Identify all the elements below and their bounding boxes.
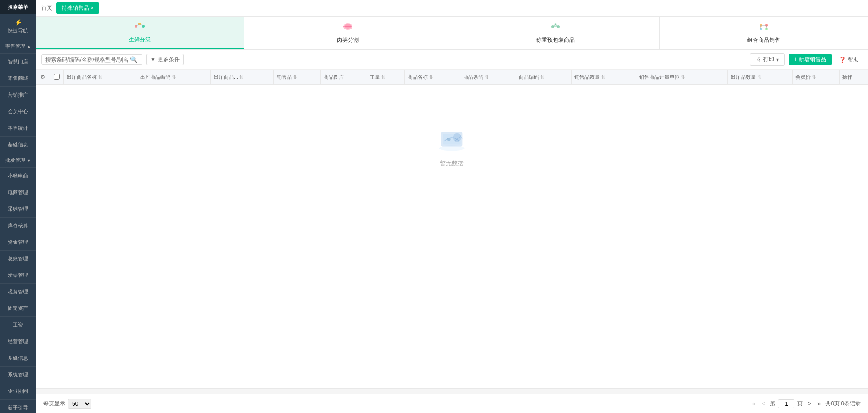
sidebar-item-tax-mgmt[interactable]: 税务管理 bbox=[0, 284, 36, 300]
empty-state-cell: 暂无数据 bbox=[36, 85, 868, 205]
sidebar-item-ops-mgmt[interactable]: 经营管理 bbox=[0, 333, 36, 350]
sidebar-item-new-guide[interactable]: 新手引导 bbox=[0, 400, 36, 413]
empty-state: 暂无数据 bbox=[36, 85, 868, 204]
print-button[interactable]: 🖨 打印 ▾ bbox=[750, 53, 785, 66]
per-page-select[interactable]: 50 10 20 100 bbox=[68, 399, 91, 409]
th-sale-unit[interactable]: 销售商品计量单位 ⇅ bbox=[636, 70, 728, 85]
page-input[interactable] bbox=[778, 399, 794, 408]
sidebar-item-label: 基础信息 bbox=[8, 141, 28, 148]
sidebar-item-member-center[interactable]: 会员中心 bbox=[0, 103, 36, 120]
settings-icon[interactable]: ⚙ bbox=[40, 74, 45, 80]
th-main-weight[interactable]: 主量 ⇅ bbox=[367, 70, 405, 85]
sort-icon: ⇅ bbox=[812, 75, 816, 80]
sidebar-item-basic-info2[interactable]: 基础信息 bbox=[0, 350, 36, 367]
tab-combo-sales[interactable]: 组合商品销售 bbox=[660, 17, 868, 49]
sidebar-item-purchase-mgmt[interactable]: 采购管理 bbox=[0, 201, 36, 218]
th-sale-qty[interactable]: 销售品数量 ⇅ bbox=[572, 70, 636, 85]
toolbar-left: 🔍 ▼ 更多条件 bbox=[41, 54, 184, 65]
sort-icon: ⇅ bbox=[172, 75, 176, 80]
select-all-checkbox[interactable] bbox=[54, 74, 60, 80]
pagination-nav: « < 第 页 > » 共0页 0条记录 bbox=[750, 399, 861, 408]
th-out-goods-name[interactable]: 出库商品名称 ⇅ bbox=[63, 70, 137, 85]
tab-weigh-prepack[interactable]: 称重预包装商品 bbox=[452, 17, 660, 49]
sidebar-item-basic-info[interactable]: 基础信息 bbox=[0, 137, 36, 153]
search-input[interactable] bbox=[45, 57, 128, 63]
sort-icon: ⇅ bbox=[429, 75, 433, 80]
th-checkbox[interactable] bbox=[50, 70, 63, 85]
sidebar-item-label: 系统管理 bbox=[8, 371, 28, 378]
sidebar-item-smart-store[interactable]: 智慧门店 bbox=[0, 54, 36, 70]
tab-fresh-grade-label: 生鲜分级 bbox=[129, 36, 151, 44]
weigh-prepack-icon bbox=[549, 22, 562, 34]
sidebar-item-sales-promo[interactable]: 营销推广 bbox=[0, 87, 36, 103]
th-out-qty[interactable]: 出库品数量 ⇅ bbox=[728, 70, 793, 85]
sidebar-item-label: 税务管理 bbox=[8, 288, 28, 295]
sidebar-item-system-mgmt[interactable]: 系统管理 bbox=[0, 367, 36, 383]
help-label: 帮助 bbox=[848, 56, 859, 63]
sidebar-item-retail-stats[interactable]: 零售统计 bbox=[0, 120, 36, 137]
sidebar-item-label: 发票管理 bbox=[8, 272, 28, 279]
fresh-grade-icon bbox=[133, 21, 146, 34]
tab-fresh-grade[interactable]: 生鲜分级 bbox=[36, 17, 244, 49]
th-goods-name[interactable]: 商品名称 ⇅ bbox=[405, 70, 460, 85]
active-tab[interactable]: 特殊销售品 × bbox=[56, 2, 99, 14]
sidebar-item-label: 工资 bbox=[13, 321, 23, 328]
th-settings[interactable]: ⚙ bbox=[36, 70, 50, 85]
sidebar-item-label: 库存核算 bbox=[8, 222, 28, 229]
search-icon[interactable]: 🔍 bbox=[130, 56, 137, 63]
add-button[interactable]: + 新增销售品 bbox=[789, 54, 832, 65]
empty-icon bbox=[433, 121, 470, 154]
sidebar-item-ecom-mgmt[interactable]: 电商管理 bbox=[0, 184, 36, 201]
tab-meat-cut[interactable]: 肉类分割 bbox=[244, 17, 452, 49]
help-button[interactable]: ❓ 帮助 bbox=[835, 54, 862, 65]
th-goods-image[interactable]: 商品图片 bbox=[320, 70, 367, 85]
sidebar-item-invoice-mgmt[interactable]: 发票管理 bbox=[0, 267, 36, 284]
sort-icon: ⇅ bbox=[485, 75, 488, 80]
th-out-goods-spec[interactable]: 出库商品... ⇅ bbox=[210, 70, 273, 85]
sidebar: 搜索菜单 ⚡ 快捷导航 零售管理 智慧门店 零售商城 营销推广 会员中心 零售统… bbox=[0, 0, 36, 413]
sort-icon: ⇅ bbox=[381, 75, 385, 80]
sidebar-item-label: 固定资产 bbox=[8, 305, 28, 312]
sidebar-item-mini-ecom[interactable]: 小畅电商 bbox=[0, 168, 36, 184]
search-box[interactable]: 🔍 bbox=[41, 54, 142, 65]
sidebar-item-label: 零售管理 bbox=[5, 43, 25, 50]
table-container: ⚙ 出库商品名称 ⇅ 出库商品编码 ⇅ 出库商品... bbox=[36, 70, 868, 388]
sidebar-item-label: 快捷导航 bbox=[8, 27, 28, 34]
sidebar-item-quick-nav[interactable]: ⚡ 快捷导航 bbox=[0, 14, 36, 39]
sidebar-item-inventory[interactable]: 库存核算 bbox=[0, 218, 36, 234]
sort-icon: ⇅ bbox=[293, 75, 297, 80]
last-page-button[interactable]: » bbox=[816, 399, 823, 408]
sidebar-item-enterprise[interactable]: 企业协同 bbox=[0, 383, 36, 400]
prev-page-button[interactable]: < bbox=[760, 399, 767, 408]
next-page-button[interactable]: > bbox=[806, 399, 813, 408]
sidebar-item-general-ledger[interactable]: 总账管理 bbox=[0, 251, 36, 267]
th-sale-goods[interactable]: 销售品 ⇅ bbox=[274, 70, 321, 85]
filter-icon: ▼ bbox=[150, 57, 156, 63]
first-page-button[interactable]: « bbox=[750, 399, 757, 408]
bottom-scrollbar[interactable] bbox=[36, 388, 868, 394]
home-link[interactable]: 首页 bbox=[41, 4, 52, 12]
th-goods-code[interactable]: 商品编码 ⇅ bbox=[516, 70, 572, 85]
sidebar-item-wages[interactable]: 工资 bbox=[0, 317, 36, 333]
sidebar-item-label: 营销推广 bbox=[8, 92, 28, 98]
sidebar-item-wholesale-mgmt[interactable]: 批发管理 bbox=[0, 153, 36, 168]
close-tab-icon[interactable]: × bbox=[91, 6, 94, 11]
sidebar-item-label: 智慧门店 bbox=[8, 58, 28, 65]
th-out-goods-code[interactable]: 出库商品编码 ⇅ bbox=[137, 70, 210, 85]
sidebar-item-finance[interactable]: 资金管理 bbox=[0, 234, 36, 251]
footer: 每页显示 50 10 20 100 « < 第 页 > » 共0页 0条记录 bbox=[36, 394, 868, 413]
print-dropdown-icon: ▾ bbox=[776, 57, 779, 63]
sidebar-item-retail-mgmt[interactable]: 零售管理 bbox=[0, 39, 36, 54]
print-icon: 🖨 bbox=[756, 57, 761, 63]
table-header-row: ⚙ 出库商品名称 ⇅ 出库商品编码 ⇅ 出库商品... bbox=[36, 70, 868, 85]
page-prefix: 第 bbox=[770, 400, 775, 407]
meat-cut-icon bbox=[341, 22, 354, 34]
filter-button[interactable]: ▼ 更多条件 bbox=[146, 54, 184, 65]
sidebar-logo[interactable]: 搜索菜单 bbox=[0, 0, 36, 14]
sidebar-item-fixed-assets[interactable]: 固定资产 bbox=[0, 300, 36, 317]
th-member-price[interactable]: 会员价 ⇅ bbox=[793, 70, 840, 85]
page-suffix: 页 bbox=[797, 400, 803, 407]
active-tab-label: 特殊销售品 bbox=[62, 4, 89, 12]
th-goods-barcode[interactable]: 商品条码 ⇅ bbox=[460, 70, 516, 85]
sidebar-item-retail-mall[interactable]: 零售商城 bbox=[0, 70, 36, 87]
